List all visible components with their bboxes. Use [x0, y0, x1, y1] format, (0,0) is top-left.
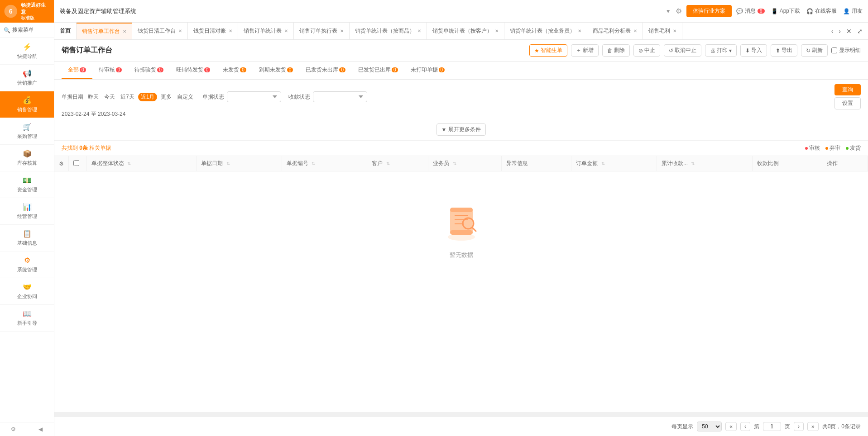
delete-btn[interactable]: 🗑 删除: [602, 44, 630, 57]
app-download-btn[interactable]: 📱 App下载: [771, 7, 800, 15]
tab-maximize-btn[interactable]: ⤢: [855, 27, 864, 36]
sidebar-item-cooperation[interactable]: 🤝 企业协同: [0, 278, 54, 305]
tab-close-sales-margin[interactable]: ✕: [673, 28, 676, 33]
sub-tab-pending-review-count: 0: [116, 67, 122, 72]
cancel-stop-btn[interactable]: ↺ 取消中止: [664, 44, 701, 57]
sidebar-search-menu[interactable]: 🔍 搜索菜单: [0, 23, 54, 38]
review-op-btn[interactable]: 审核: [805, 144, 820, 152]
tab-next-btn[interactable]: ›: [837, 27, 843, 36]
payment-select[interactable]: [313, 91, 367, 102]
tab-sales-margin[interactable]: 销售毛利 ✕: [643, 23, 682, 40]
next-page-btn[interactable]: ›: [794, 422, 804, 431]
sort-salesperson[interactable]: ⇅: [453, 161, 456, 166]
online-service-btn[interactable]: 🎧 在线客服: [806, 7, 837, 15]
sub-tab-pending-inspect[interactable]: 待拣验货0: [128, 62, 170, 79]
sidebar-collapse-btn[interactable]: ◀: [27, 422, 54, 436]
table-scroll[interactable]: ⚙ 单据整体状态 ⇅ 单据日期 ⇅: [54, 156, 868, 412]
smart-create-btn[interactable]: ★ 智能生单: [529, 44, 567, 57]
tab-sales-by-customer[interactable]: 销货单统计表（按客户） ✕: [427, 23, 504, 40]
sort-date[interactable]: ⇅: [226, 161, 230, 166]
abandon-review-op-btn[interactable]: 弃审: [825, 144, 840, 152]
tab-home[interactable]: 首页: [54, 23, 77, 40]
tab-sales-by-product[interactable]: 销货单统计表（按商品） ✕: [350, 23, 427, 40]
sort-doc-status[interactable]: ⇅: [127, 161, 131, 166]
tab-close-margin[interactable]: ✕: [633, 28, 637, 33]
refresh-btn[interactable]: ↻ 刷新: [801, 44, 828, 57]
sidebar-item-basic-info[interactable]: 📋 基础信息: [0, 225, 54, 251]
sidebar-item-sales[interactable]: 💰 销售管理: [0, 91, 54, 118]
add-btn[interactable]: ＋ 新增: [571, 44, 599, 57]
sort-cumulative[interactable]: ⇅: [691, 161, 695, 166]
date-range-display: 2023-02-24 至 2023-03-24: [62, 110, 861, 118]
expand-filter-btn[interactable]: ▼ 展开更多条件: [436, 123, 486, 136]
ship-op-btn[interactable]: 发货: [846, 144, 861, 152]
tab-close-by-staff[interactable]: ✕: [578, 28, 581, 33]
tab-sales-exec[interactable]: 销售订单执行表 ✕: [294, 23, 350, 40]
sub-tab-shipped-out[interactable]: 已发货已出库0: [352, 62, 404, 79]
tab-sales-by-staff[interactable]: 销货单统计表（按业务员） ✕: [504, 23, 587, 40]
stop-btn[interactable]: ⊘ 中止: [633, 44, 660, 57]
refresh-icon: ↻: [806, 47, 810, 54]
sub-tab-shipped-not-out[interactable]: 已发货未出库0: [299, 62, 352, 79]
import-btn[interactable]: ⬇ 导入: [740, 44, 767, 57]
tab-close-all-btn[interactable]: ✕: [844, 27, 854, 36]
tab-close-daily-clear[interactable]: ✕: [178, 28, 182, 33]
current-page-input[interactable]: [763, 422, 781, 431]
prev-page-btn[interactable]: ‹: [740, 422, 750, 431]
tab-close-sales-exec[interactable]: ✕: [340, 28, 344, 33]
tab-margin-analysis[interactable]: 商品毛利分析表 ✕: [587, 23, 643, 40]
date-opt-custom[interactable]: 自定义: [175, 93, 195, 101]
first-page-btn[interactable]: «: [725, 422, 737, 431]
select-all-checkbox[interactable]: [73, 160, 79, 166]
industry-solution-btn[interactable]: 体验行业方案: [686, 5, 732, 17]
sub-tab-all[interactable]: 全部0: [62, 62, 92, 79]
query-settings-btn[interactable]: 设置: [834, 97, 861, 109]
last-page-btn[interactable]: »: [807, 422, 819, 431]
sort-doc-no[interactable]: ⇅: [312, 161, 315, 166]
date-opt-7days[interactable]: 近7天: [119, 93, 136, 101]
sub-tab-pending-review[interactable]: 待审核0: [92, 62, 129, 79]
tab-close-reconcile[interactable]: ✕: [229, 28, 232, 33]
tab-close-by-product[interactable]: ✕: [417, 28, 421, 33]
sidebar-item-inventory[interactable]: 📦 库存核算: [0, 145, 54, 171]
tab-reconcile[interactable]: 钱货日清对账 ✕: [188, 23, 238, 40]
sidebar-item-finance[interactable]: 💵 资金管理: [0, 171, 54, 198]
status-select[interactable]: [227, 91, 281, 102]
dropdown-icon[interactable]: ▼: [666, 8, 671, 14]
page-size-select[interactable]: 10 20 50 100: [697, 422, 722, 431]
tab-close-by-customer[interactable]: ✕: [495, 28, 499, 33]
date-opt-yesterday[interactable]: 昨天: [86, 93, 101, 101]
sub-tab-unshipped[interactable]: 未发货0: [216, 62, 253, 79]
tab-sales-stats[interactable]: 销售订单统计表 ✕: [238, 23, 294, 40]
sidebar-item-quick-nav[interactable]: ⚡ 快捷导航: [0, 38, 54, 65]
sidebar-item-system[interactable]: ⚙ 系统管理: [0, 251, 54, 278]
show-detail-checkbox[interactable]: [831, 47, 837, 53]
sub-tab-unprinted[interactable]: 未打印单据0: [404, 62, 451, 79]
date-opt-today[interactable]: 今天: [102, 93, 117, 101]
sort-amount[interactable]: ⇅: [601, 161, 605, 166]
sub-tab-wangpu-ship[interactable]: 旺铺待发货0: [170, 62, 217, 79]
message-btn[interactable]: 💬 消息 6: [736, 7, 765, 15]
print-btn[interactable]: 🖨 打印 ▾: [705, 44, 737, 57]
tab-prev-btn[interactable]: ‹: [830, 27, 835, 36]
sidebar-item-marketing[interactable]: 📢 营销推广: [0, 65, 54, 91]
date-opt-more[interactable]: 更多: [159, 93, 173, 101]
date-opt-1month[interactable]: 近1月: [138, 93, 158, 101]
user-menu-btn[interactable]: 👤 用友: [843, 7, 863, 15]
column-settings-icon[interactable]: ⚙: [59, 161, 64, 167]
topbar-settings-icon[interactable]: ⚙: [676, 7, 682, 15]
sub-tab-overdue-unshipped[interactable]: 到期未发货0: [253, 62, 300, 79]
sort-customer[interactable]: ⇅: [386, 161, 390, 166]
tab-sales-workbench[interactable]: 销售订单工作台 ✕: [77, 23, 132, 40]
sidebar-item-purchase[interactable]: 🛒 采购管理: [0, 118, 54, 145]
filter-bar: 单据日期 昨天 今天 近7天 近1月 更多 自定义 单据状态: [54, 80, 868, 141]
tab-daily-clear[interactable]: 钱货日清工作台 ✕: [132, 23, 188, 40]
horizontal-scrollbar[interactable]: [54, 412, 868, 417]
sidebar-item-operations[interactable]: 📊 经营管理: [0, 198, 54, 225]
tab-close-sales-workbench[interactable]: ✕: [123, 29, 126, 34]
sidebar-item-guide[interactable]: 📖 新手引导: [0, 305, 54, 332]
query-search-btn[interactable]: 查询: [834, 84, 861, 95]
tab-close-sales-stats[interactable]: ✕: [284, 28, 288, 33]
export-btn[interactable]: ⬆ 导出: [771, 44, 797, 57]
sidebar-settings-btn[interactable]: ⚙: [0, 422, 27, 436]
